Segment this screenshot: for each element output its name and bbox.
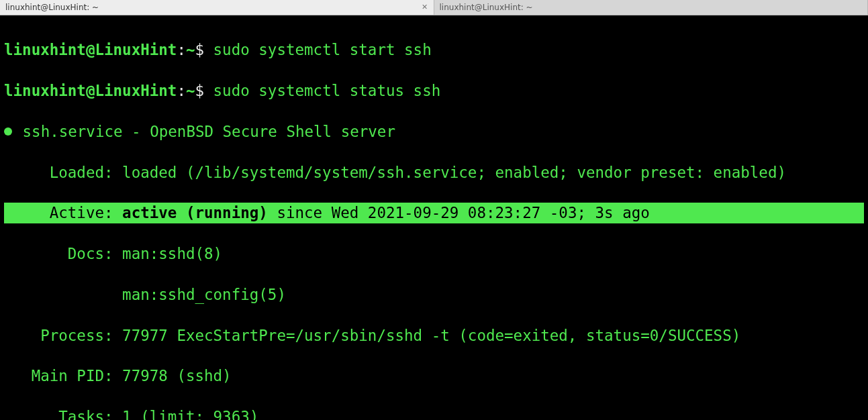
docs-2: man:sshd_config(5) [122,286,286,303]
tasks-label: Tasks: [58,408,113,420]
active-label: Active: [50,204,113,221]
process-label: Process: [40,327,113,344]
prompt-end: $ [195,82,204,99]
prompt-userhost: linuxhint@LinuxHint [4,41,177,58]
mainpid-label: Main PID: [32,367,113,384]
mainpid-value: 77978 (sshd) [122,367,232,384]
command-2: sudo systemctl status ssh [213,82,441,99]
docs-1: man:sshd(8) [122,245,222,262]
loaded-value: loaded (/lib/systemd/system/ssh.service;… [122,164,786,181]
service-desc: OpenBSD Secure Shell server [150,123,395,140]
prompt-sep: : [177,82,186,99]
tab-2-title: linuxhint@LinuxHint: ~ [440,3,533,12]
command-1: sudo systemctl start ssh [213,41,432,58]
prompt-path: ~ [186,41,195,58]
active-since: since Wed 2021-09-29 08:23:27 -03; 3s ag… [268,204,650,221]
tab-1[interactable]: linuxhint@LinuxHint: ~ ✕ [0,0,434,15]
tasks-value: 1 (limit: 9363) [122,408,258,420]
prompt-userhost: linuxhint@LinuxHint [4,82,177,99]
close-icon[interactable]: ✕ [420,3,430,12]
prompt-path: ~ [186,82,195,99]
tab-2[interactable]: linuxhint@LinuxHint: ~ [434,0,869,15]
tab-1-title: linuxhint@LinuxHint: ~ [5,3,99,12]
docs-label: Docs: [68,245,113,262]
tab-bar: linuxhint@LinuxHint: ~ ✕ linuxhint@Linux… [0,0,868,15]
active-state: active (running) [122,204,268,221]
terminal-output[interactable]: linuxhint@LinuxHint:~$ sudo systemctl st… [0,15,868,420]
prompt-sep: : [177,41,186,58]
loaded-label: Loaded: [50,164,113,181]
status-dot-icon [4,127,12,136]
process-value: 77977 ExecStartPre=/usr/sbin/sshd -t (co… [122,327,740,344]
service-name: ssh.service [23,123,123,140]
prompt-end: $ [195,41,204,58]
